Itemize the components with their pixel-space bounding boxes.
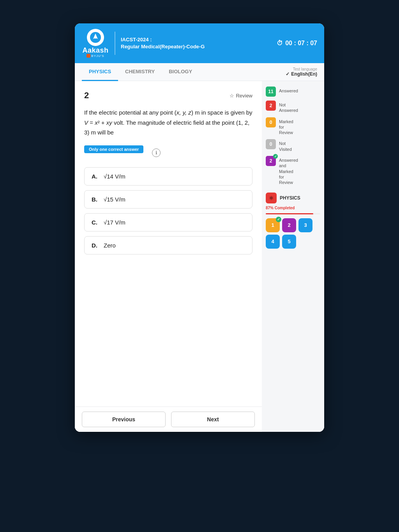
marked-review-text: MarkedforReview: [279, 119, 293, 136]
header: Aakash BYJU'S IACST-2024 : Regular Medic…: [75, 23, 324, 63]
option-a-text: √14 V/m: [104, 173, 125, 180]
checkmark-icon: ✓: [286, 71, 290, 77]
q-num-1[interactable]: 1: [266, 218, 280, 232]
status-answered-marked: 2 ✓ AnsweredandMarkedforReview: [266, 156, 320, 185]
option-b-label: B.: [92, 196, 97, 203]
option-c[interactable]: C. √17 V/m: [84, 213, 252, 232]
previous-button[interactable]: Previous: [82, 412, 166, 427]
option-a[interactable]: A. √14 V/m: [84, 167, 252, 186]
progress-bar-fill: [266, 213, 313, 214]
info-icon[interactable]: ℹ: [152, 148, 161, 157]
header-info: IACST-2024 : Regular Medical(Repeater)-C…: [121, 36, 271, 50]
tab-chemistry[interactable]: CHEMISTRY: [118, 63, 162, 81]
language-selector[interactable]: Test language ✓ English(En): [286, 67, 317, 77]
tabs-bar: PHYSICS CHEMISTRY BIOLOGY Test language …: [75, 63, 324, 81]
answered-marked-text: AnsweredandMarkedforReview: [279, 157, 298, 185]
status-answered: 11 Answered: [266, 87, 320, 97]
timer-value: 00 : 07 : 07: [285, 40, 317, 47]
app-container: Aakash BYJU'S IACST-2024 : Regular Medic…: [75, 23, 324, 432]
logo-text: Aakash: [82, 47, 108, 54]
subject-progress: 87% Completed: [266, 206, 320, 210]
options-list: A. √14 V/m B. √15 V/m C. √17 V/m D. Zero: [84, 167, 252, 255]
tabs-left: PHYSICS CHEMISTRY BIOLOGY: [82, 63, 286, 81]
star-icon: ☆: [230, 93, 234, 99]
answered-marked-badge: 2 ✓: [266, 156, 276, 166]
option-c-label: C.: [92, 219, 97, 226]
option-d[interactable]: D. Zero: [84, 236, 252, 255]
option-d-label: D.: [92, 242, 97, 249]
status-not-visited: 0 NotVisited: [266, 139, 320, 152]
not-answered-badge: 2: [266, 101, 276, 111]
status-not-answered: 2 NotAnswered: [266, 101, 320, 113]
question-text: If the electric potential at any point (…: [84, 108, 252, 138]
option-b[interactable]: B. √15 V/m: [84, 190, 252, 209]
option-b-text: √15 V/m: [104, 196, 125, 203]
option-a-label: A.: [92, 173, 97, 180]
option-d-text: Zero: [104, 242, 116, 249]
header-divider: [115, 32, 115, 55]
logo-sub: BYJU'S: [87, 54, 104, 58]
language-label: Test language: [293, 67, 317, 71]
not-answered-text: NotAnswered: [279, 102, 298, 113]
q-num-2[interactable]: 2: [282, 218, 296, 232]
bottom-nav: Previous Next: [75, 407, 262, 432]
byju-icon: [87, 54, 90, 58]
exam-title: IACST-2024 : Regular Medical(Repeater)-C…: [121, 36, 271, 50]
q-num-3[interactable]: 3: [298, 218, 312, 232]
question-header: 2 ☆ Review: [84, 90, 252, 101]
answered-text: Answered: [279, 88, 298, 94]
subject-header: ⚛ PHYSICS: [266, 193, 320, 203]
next-button[interactable]: Next: [171, 412, 255, 427]
marked-review-badge: 0: [266, 117, 276, 127]
answer-type-badge: Only one correct answer: [84, 145, 143, 153]
header-timer: ⏱ 00 : 07 : 07: [277, 40, 317, 47]
question-panel: 2 ☆ Review If the electric potential at …: [75, 81, 262, 432]
subject-icon: ⚛: [266, 193, 277, 203]
question-numbers: 1 2 3 4 5: [266, 218, 320, 249]
q-num-5[interactable]: 5: [282, 235, 296, 249]
question-number: 2: [84, 90, 89, 100]
language-value[interactable]: ✓ English(En): [286, 71, 317, 77]
logo-circle: [87, 29, 104, 46]
svg-point-1: [94, 36, 97, 39]
not-visited-badge: 0: [266, 139, 276, 149]
tab-physics[interactable]: PHYSICS: [82, 63, 118, 81]
q-num-4[interactable]: 4: [266, 235, 280, 249]
logo-area: Aakash BYJU'S: [82, 29, 109, 58]
tab-biology[interactable]: BIOLOGY: [162, 63, 199, 81]
status-marked-review: 0 MarkedforReview: [266, 117, 320, 136]
timer-icon: ⏱: [277, 40, 283, 47]
sidebar-panel: 11 Answered 2 NotAnswered 0 MarkedforRev…: [262, 81, 324, 432]
main-content: 2 ☆ Review If the electric potential at …: [75, 81, 324, 432]
answered-badge: 11: [266, 87, 276, 97]
progress-bar-wrap: [266, 213, 320, 214]
not-visited-text: NotVisited: [279, 141, 292, 152]
subject-name: PHYSICS: [280, 195, 300, 201]
option-c-text: √17 V/m: [104, 219, 125, 226]
review-button[interactable]: ☆ Review: [230, 93, 252, 99]
subject-section: ⚛ PHYSICS 87% Completed 1 2 3 4 5: [266, 193, 320, 249]
